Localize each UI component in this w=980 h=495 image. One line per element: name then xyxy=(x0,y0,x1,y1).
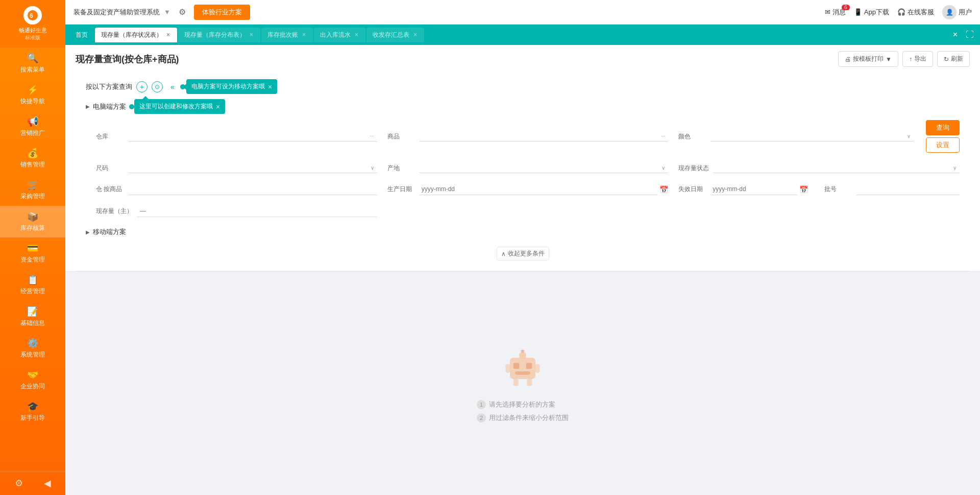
color-select[interactable]: ∨ xyxy=(710,131,914,142)
stock-main-input[interactable] xyxy=(137,205,377,217)
user-btn[interactable]: 👤 用户 xyxy=(942,5,972,19)
tab-batch-account-close[interactable]: × xyxy=(301,31,307,38)
tab-home[interactable]: 首页 xyxy=(69,28,94,42)
user-label: 用户 xyxy=(959,8,972,17)
collapse-sidebar-btn[interactable]: ◀ xyxy=(44,478,51,489)
online-service-btn[interactable]: 🎧 在线客服 xyxy=(897,8,934,17)
trial-btn[interactable]: 体验行业方案 xyxy=(194,5,250,20)
scheme-mobile-header[interactable]: ▶ 移动端方案 xyxy=(86,225,960,239)
category-label: 仓 按商品 xyxy=(96,185,124,194)
produce-date-input[interactable] xyxy=(420,183,658,195)
topbar-right: ✉ 消息 6 📱 App下载 🎧 在线客服 👤 用户 xyxy=(825,5,972,19)
hint-text-2: 用过滤条件来缩小分析范围 xyxy=(489,413,569,422)
tab-batch-account[interactable]: 库存批次账 × xyxy=(261,28,313,42)
filter-arrow-btn[interactable]: « xyxy=(167,81,178,92)
sidebar-item-label: 销售管理 xyxy=(20,160,45,169)
topbar-title: 装备及固定资产辅助管理系统 ▼ xyxy=(74,8,170,17)
sidebar-item-label: 搜索菜单 xyxy=(20,65,45,74)
tab-inout-flow[interactable]: 出入库流水 × xyxy=(314,28,365,42)
filter-row-3: 仓 按商品 生产日期 📅 失效日期 xyxy=(86,183,960,195)
goods-label: 商品 xyxy=(387,132,415,141)
print-btn[interactable]: 🖨 按模板打印 ▼ xyxy=(838,51,898,67)
sidebar-item-label: 经营管理 xyxy=(20,287,45,296)
collapse-btn[interactable]: ∧ 收起更多条件 xyxy=(497,247,549,261)
tab-inventory-status[interactable]: 现存量（库存状况表） × xyxy=(95,28,177,42)
print-dropdown-icon: ▼ xyxy=(886,56,892,63)
search-menu-icon: 🔍 xyxy=(27,53,38,64)
sidebar-item-finance[interactable]: 💳 资金管理 xyxy=(0,238,65,269)
origin-label: 产地 xyxy=(387,164,415,173)
basic-info-icon: 📝 xyxy=(27,306,38,317)
warehouse-select[interactable]: ··· xyxy=(128,131,377,142)
export-btn[interactable]: ↑ 导出 xyxy=(902,51,933,67)
filter-field-origin: 产地 ∨ xyxy=(387,163,669,173)
stock-main-label: 现存量（主） xyxy=(96,207,133,216)
avatar: 👤 xyxy=(942,5,957,19)
topbar-settings-btn[interactable]: ⚙ xyxy=(177,5,188,19)
size-select[interactable]: ∨ xyxy=(128,163,377,173)
produce-calendar-icon[interactable]: 📅 xyxy=(659,185,668,194)
empty-state-icon xyxy=(497,341,548,392)
sidebar-item-search-menu[interactable]: 🔍 搜索菜单 xyxy=(0,48,65,79)
svg-rect-5 xyxy=(515,371,530,375)
filter-add-btn[interactable]: + xyxy=(136,81,148,92)
batch-input[interactable] xyxy=(856,183,960,195)
settings-btn[interactable]: ⚙ xyxy=(15,478,23,489)
sidebar-item-inventory[interactable]: 📦 库存核算 xyxy=(0,206,65,238)
produce-date-field: 📅 xyxy=(420,183,669,195)
filter-field-size: 尺码 ∨ xyxy=(96,163,377,173)
sidebar-item-sales[interactable]: 💰 销售管理 xyxy=(0,143,65,174)
export-label: 导出 xyxy=(914,55,926,63)
stock-status-select[interactable]: ∨ xyxy=(713,163,960,173)
sidebar-logo: 6 畅通好生意 标准版 xyxy=(0,0,65,48)
hint-text-1: 请先选择要分析的方案 xyxy=(489,400,555,409)
filter-field-color: 颜色 ∨ 查询 设置 xyxy=(678,120,960,153)
app-download-btn[interactable]: 📱 App下载 xyxy=(854,8,889,17)
expiry-date-input[interactable] xyxy=(710,183,797,195)
reset-btn[interactable]: 设置 xyxy=(926,137,960,153)
scheme-mobile-arrow-icon: ▶ xyxy=(86,229,90,235)
sidebar-item-enterprise[interactable]: 🤝 企业协同 xyxy=(0,364,65,396)
message-badge: 6 xyxy=(842,5,850,10)
tab-inventory-dist[interactable]: 现存量（库存分布表） × xyxy=(178,28,260,42)
sidebar-item-guide[interactable]: 🎓 新手引导 xyxy=(0,396,65,428)
tab-inout-flow-close[interactable]: × xyxy=(354,31,359,38)
scheme-computer-header[interactable]: ▶ 电脑端方案 xyxy=(86,100,126,113)
collapse-row: ∧ 收起更多条件 xyxy=(86,243,960,265)
sidebar-item-quick-nav[interactable]: ⚡ 快捷导航 xyxy=(0,79,65,111)
tooltip1-close[interactable]: × xyxy=(268,83,272,91)
search-btn[interactable]: 查询 xyxy=(926,120,960,135)
dropdown-arrow-icon[interactable]: ▼ xyxy=(164,8,170,16)
stock-status-label: 现存量状态 xyxy=(678,164,709,173)
close-all-tabs-btn[interactable]: × xyxy=(951,28,960,41)
tab-inventory-status-close[interactable]: × xyxy=(165,31,171,38)
tab-receive-summary[interactable]: 收发存汇总表 × xyxy=(366,28,424,42)
tab-receive-summary-close[interactable]: × xyxy=(412,31,418,38)
expiry-calendar-icon[interactable]: 📅 xyxy=(799,185,808,194)
svg-rect-6 xyxy=(519,352,526,359)
marketing-icon: 📢 xyxy=(27,116,38,127)
goods-select[interactable]: ··· xyxy=(420,131,669,142)
refresh-btn[interactable]: ↻ 刷新 xyxy=(937,51,970,67)
sidebar-item-label: 库存核算 xyxy=(20,224,45,232)
tab-inout-flow-label: 出入库流水 xyxy=(320,31,351,39)
expand-tabs-btn[interactable]: ⛶ xyxy=(964,28,976,41)
origin-select[interactable]: ∨ xyxy=(420,163,669,173)
sidebar-item-marketing[interactable]: 📢 营销推广 xyxy=(0,111,65,143)
size-label: 尺码 xyxy=(96,164,124,173)
svg-rect-10 xyxy=(513,379,519,386)
sidebar-item-system[interactable]: ⚙️ 系统管理 xyxy=(0,333,65,364)
category-input[interactable] xyxy=(128,183,377,195)
message-btn[interactable]: ✉ 消息 6 xyxy=(825,8,846,17)
tooltip2-close[interactable]: × xyxy=(216,103,220,111)
filter-copy-btn[interactable]: ⊙ xyxy=(152,81,163,92)
svg-point-7 xyxy=(521,349,525,353)
sidebar-item-operations[interactable]: 📋 经营管理 xyxy=(0,269,65,301)
content-area: 现存量查询(按仓库+商品) 🖨 按模板打印 ▼ ↑ 导出 ↻ 刷新 xyxy=(65,45,980,495)
sidebar-item-basic-info[interactable]: 📝 基础信息 xyxy=(0,301,65,333)
sidebar-item-purchase[interactable]: 🛒 采购管理 xyxy=(0,174,65,206)
tab-inventory-dist-close[interactable]: × xyxy=(249,31,254,38)
svg-rect-11 xyxy=(527,379,532,386)
filter-field-goods: 商品 ··· xyxy=(387,120,669,153)
warehouse-arrow-icon: ··· xyxy=(370,133,374,139)
